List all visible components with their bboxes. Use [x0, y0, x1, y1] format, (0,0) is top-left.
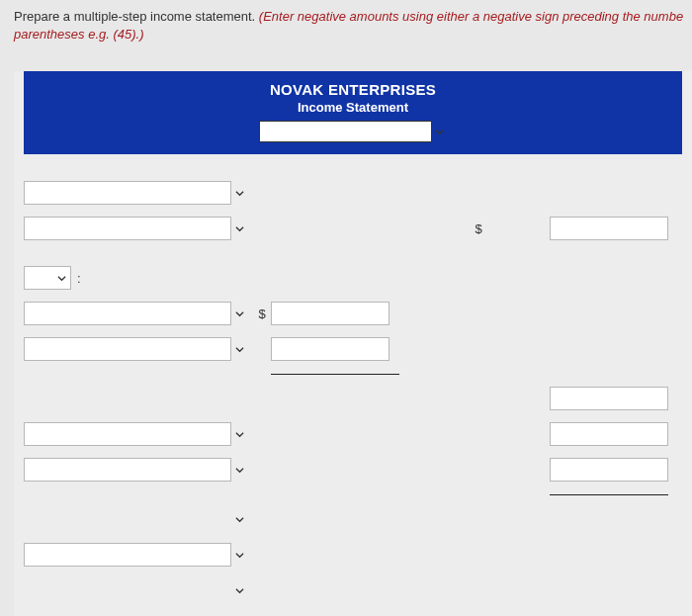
statement-grid: $ : $ — [24, 178, 682, 605]
chevron-down-icon — [235, 430, 244, 439]
label-dropdown[interactable] — [231, 183, 247, 203]
account-label-input[interactable] — [24, 302, 231, 325]
period-dropdown[interactable] — [432, 122, 448, 141]
chevron-down-icon — [235, 466, 244, 475]
chevron-down-icon — [435, 128, 444, 136]
account-label-input[interactable] — [24, 422, 231, 446]
single-underline — [550, 494, 668, 495]
chevron-down-icon — [235, 224, 244, 233]
chevron-down-icon — [235, 515, 244, 524]
label-dropdown[interactable] — [231, 580, 247, 600]
chevron-down-icon — [235, 551, 244, 560]
amount-input[interactable] — [550, 422, 668, 446]
line-row — [24, 575, 682, 605]
label-dropdown[interactable] — [231, 304, 247, 323]
subtotal-rule — [24, 370, 682, 378]
line-row — [24, 540, 682, 570]
label-dropdown[interactable] — [231, 219, 247, 238]
line-row: : — [24, 263, 682, 293]
line-row — [24, 455, 682, 484]
label-dropdown[interactable] — [231, 339, 247, 359]
amount-input[interactable] — [271, 302, 389, 325]
account-label-input[interactable] — [24, 217, 231, 240]
line-row — [24, 384, 682, 413]
amount-input[interactable] — [550, 217, 668, 240]
label-dropdown[interactable] — [231, 460, 247, 480]
chevron-down-icon — [235, 345, 244, 354]
amount-input[interactable] — [271, 337, 389, 361]
chevron-down-icon — [235, 309, 244, 318]
single-underline — [271, 374, 399, 375]
line-row — [24, 504, 682, 534]
line-row — [24, 334, 682, 364]
instruction-text: Prepare a multiple-step income statement… — [14, 8, 692, 44]
account-label-input[interactable] — [24, 543, 231, 567]
colon-text: : — [77, 271, 81, 286]
label-dropdown[interactable] — [231, 424, 247, 444]
line-row — [24, 178, 682, 208]
account-label-input[interactable] — [24, 337, 231, 361]
line-row: $ — [24, 299, 682, 328]
mini-dropdown[interactable] — [24, 266, 71, 290]
account-label-input[interactable] — [24, 181, 231, 205]
statement-banner: NOVAK ENTERPRISES Income Statement — [24, 71, 682, 154]
instruction-main: Prepare a multiple-step income statement… — [14, 9, 259, 24]
chevron-down-icon — [235, 189, 244, 198]
statement-subtitle: Income Statement — [24, 100, 682, 115]
chevron-down-icon — [235, 586, 244, 595]
subtotal-rule — [24, 490, 682, 498]
dollar-sign: $ — [253, 307, 271, 321]
chevron-down-icon — [57, 274, 66, 283]
company-title: NOVAK ENTERPRISES — [24, 81, 682, 98]
amount-input[interactable] — [550, 387, 668, 410]
worksheet: NOVAK ENTERPRISES Income Statement $ — [14, 71, 692, 616]
label-dropdown[interactable] — [231, 545, 247, 565]
period-input[interactable] — [259, 121, 432, 142]
amount-input[interactable] — [550, 458, 668, 482]
dollar-sign: $ — [407, 221, 550, 236]
line-row — [24, 419, 682, 449]
account-label-input[interactable] — [24, 458, 231, 482]
line-row: $ — [24, 214, 682, 243]
label-dropdown[interactable] — [231, 509, 247, 529]
